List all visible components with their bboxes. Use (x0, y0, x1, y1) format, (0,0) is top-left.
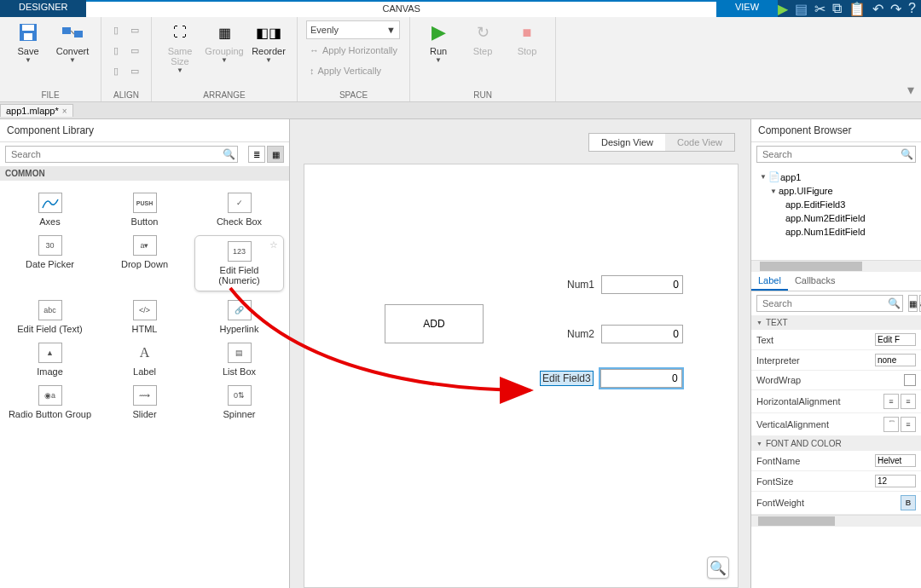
align-left-icon[interactable]: ▯ (110, 20, 122, 39)
comp-image[interactable]: ▲Image (5, 343, 95, 377)
ui-figure[interactable]: ADD Num1 Num2 Edit Field3 🔍 (304, 164, 739, 588)
num2-field[interactable] (601, 325, 683, 343)
tab-designer[interactable]: DESIGNER (0, 0, 86, 17)
group-space-label: SPACE (306, 89, 401, 101)
comp-checkbox[interactable]: ✓Check Box (194, 193, 284, 227)
prop-tab-callbacks[interactable]: Callbacks (788, 272, 843, 291)
button-icon: PUSH (133, 193, 157, 213)
group-align-label: ALIGN (110, 89, 142, 101)
align-center-h-icon[interactable]: ▯ (110, 41, 122, 60)
library-title: Component Library (0, 119, 289, 142)
run-icon[interactable]: ▶ (778, 1, 788, 17)
num1-field[interactable] (601, 275, 683, 294)
tree-num2[interactable]: app.Num2EditField (751, 211, 921, 225)
fontweight-bold-button[interactable]: B (901, 495, 916, 510)
prop-tab-label[interactable]: Label (751, 272, 788, 291)
save-button[interactable]: Save ▼ (9, 20, 48, 64)
run-button[interactable]: ▶Run▼ (419, 20, 458, 64)
help-icon[interactable]: ? (908, 1, 916, 16)
radio-icon: ◉a (38, 385, 62, 406)
code-view-tab[interactable]: Code View (665, 134, 734, 151)
comp-editfield-text[interactable]: abcEdit Field (Text) (5, 300, 95, 334)
paste-icon[interactable]: 📋 (849, 1, 866, 17)
tree-app1[interactable]: ▼📄 app1 (751, 170, 921, 184)
align-center-v-icon[interactable]: ▭ (127, 41, 142, 60)
apply-horizontally-button[interactable]: ↔ Apply Horizontally (306, 41, 401, 60)
apply-vertically-button[interactable]: ↕ Apply Vertically (306, 61, 401, 80)
valign-top-button[interactable]: ⎴ (883, 417, 899, 432)
editfield3-field[interactable] (600, 369, 682, 388)
stop-button[interactable]: ■Stop (507, 20, 547, 56)
search-icon[interactable]: 🔍 (898, 147, 915, 162)
align-top-icon[interactable]: ▭ (127, 20, 142, 39)
undo-icon[interactable]: ↶ (872, 1, 883, 17)
prop-view-toggle-1[interactable]: ▦ (908, 295, 918, 312)
align-bottom-icon[interactable]: ▭ (127, 61, 142, 80)
comp-radiobutton[interactable]: ◉aRadio Button Group (5, 385, 95, 419)
tree-editfield3[interactable]: app.EditField3 (751, 198, 921, 211)
prop-search-input[interactable] (757, 296, 885, 311)
comp-listbox[interactable]: ▤List Box (194, 343, 284, 377)
comp-button[interactable]: PUSHButton (100, 193, 189, 227)
add-button[interactable]: ADD (385, 304, 484, 343)
list-view-button[interactable]: ≣ (248, 146, 265, 163)
link-icon: 🔗 (228, 300, 252, 320)
fontname-input[interactable] (875, 454, 916, 467)
tab-canvas[interactable]: CANVAS (86, 0, 716, 17)
browser-search-input[interactable] (757, 147, 898, 162)
align-right-icon[interactable]: ▯ (110, 61, 122, 80)
prop-interpreter-input[interactable] (875, 354, 916, 366)
valign-center-button[interactable]: ≡ (901, 417, 916, 432)
tab-view[interactable]: VIEW (716, 0, 778, 17)
copy-icon[interactable]: ⧉ (832, 1, 842, 16)
fontsize-input[interactable] (875, 475, 916, 487)
comp-slider[interactable]: ⟿Slider (100, 385, 189, 419)
num2-label: Num2 (567, 328, 594, 340)
tree-num1[interactable]: app.Num1EditField (751, 225, 921, 239)
prop-text-input[interactable] (875, 333, 916, 346)
comp-spinner[interactable]: 0⇅Spinner (194, 385, 284, 419)
cut-icon[interactable]: ✂ (814, 1, 825, 17)
reorder-button[interactable]: ◧◨Reorder▼ (249, 20, 288, 64)
save-label: Save (17, 46, 38, 56)
prop-section-text[interactable]: TEXT (751, 315, 921, 330)
editfield3-label[interactable]: Edit Field3 (540, 371, 594, 386)
group-file-label: FILE (9, 89, 92, 101)
tree-scrollbar[interactable] (751, 260, 921, 272)
comp-datepicker[interactable]: 30Date Picker (5, 235, 95, 291)
grid-view-button[interactable]: ▦ (267, 146, 284, 163)
prop-section-font[interactable]: FONT AND COLOR (751, 436, 921, 451)
tree-uifigure[interactable]: ▼app.UIFigure (751, 184, 921, 198)
num1-label: Num1 (567, 279, 594, 291)
save-disk-icon (16, 20, 40, 44)
close-icon[interactable]: × (62, 107, 67, 116)
grouping-button[interactable]: ▦Grouping▼ (205, 20, 244, 64)
zoom-button[interactable]: 🔍 (707, 556, 729, 579)
comp-dropdown[interactable]: a▾Drop Down (100, 235, 189, 291)
file-tab-app1[interactable]: app1.mlapp* × (0, 104, 73, 117)
design-view-tab[interactable]: Design View (589, 134, 665, 151)
convert-button[interactable]: Convert ▼ (53, 20, 92, 64)
prop-fontweight: FontWeightB (751, 492, 921, 515)
comp-editfield-numeric[interactable]: ☆123Edit Field (Numeric) (194, 235, 284, 291)
halign-center-button[interactable]: ≡ (901, 394, 916, 409)
evenly-dropdown[interactable]: Evenly▼ (306, 20, 400, 39)
comp-label[interactable]: ALabel (100, 343, 189, 377)
reorder-icon: ◧◨ (257, 20, 281, 44)
step-button[interactable]: ↻Step (463, 20, 502, 56)
comp-hyperlink[interactable]: 🔗Hyperlink (194, 300, 284, 334)
redo-icon[interactable]: ↷ (890, 1, 901, 17)
wordwrap-checkbox[interactable] (904, 374, 916, 386)
comp-html[interactable]: </>HTML (100, 300, 189, 334)
save-icon[interactable]: ▤ (795, 1, 808, 17)
search-icon[interactable]: 🔍 (220, 147, 237, 162)
collapse-ribbon-icon[interactable]: ▾ (901, 78, 921, 101)
section-common: COMMON (0, 166, 289, 181)
prop-wordwrap: WordWrap (751, 371, 921, 390)
samesize-button[interactable]: ⛶Same Size▼ (160, 20, 200, 74)
prop-scrollbar[interactable] (751, 515, 921, 527)
halign-left-button[interactable]: ≡ (883, 394, 899, 409)
library-search-input[interactable] (6, 147, 220, 162)
search-icon[interactable]: 🔍 (885, 296, 902, 311)
comp-axes[interactable]: Axes (5, 193, 95, 227)
